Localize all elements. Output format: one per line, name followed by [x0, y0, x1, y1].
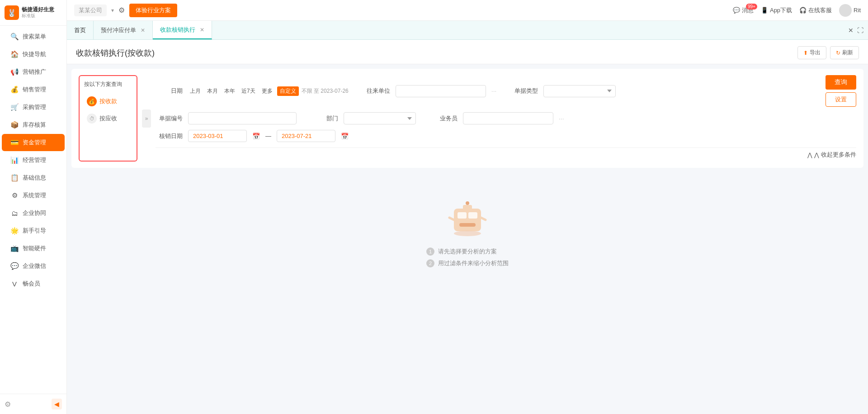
tab-collection[interactable]: 收款核销执行 ✕ [153, 21, 212, 39]
sidebar-item-hardware[interactable]: 📺智能硬件 [2, 240, 65, 257]
search-icon: 🔍 [10, 33, 19, 41]
maximize-icon[interactable]: ⛶ [857, 27, 863, 34]
date-shortcuts: 上月 本月 本年 近7天 更多 自定义 不限 至 2023-07-26 [188, 86, 349, 96]
main-area: 某某公司 ▾ ⚙ 体验行业方案 💬 消息 99+ 📱 App下载 🎧 在线客服 … [67, 0, 868, 414]
online-service-btn[interactable]: 🎧 在线客服 [799, 6, 832, 14]
trading-partner-dots[interactable]: ··· [491, 87, 497, 95]
date-last-month[interactable]: 上月 [188, 86, 203, 96]
sidebar-item-wechat[interactable]: 💬企业微信 [2, 257, 65, 275]
department-select[interactable] [344, 112, 416, 124]
sidebar-item-search[interactable]: 🔍搜索菜单 [2, 28, 65, 45]
refresh-btn[interactable]: ↻ 刷新 [830, 46, 859, 59]
logo-title: 畅捷通好生意 [22, 6, 54, 13]
query-btn-area: 查询 设置 [826, 75, 856, 107]
date-more[interactable]: 更多 [260, 86, 274, 96]
sidebar-menu: 🔍搜索菜单🏠快捷导航📢营销推广💰销售管理🛒采购管理📦库存核算💳资金管理📊经营管理… [0, 26, 66, 394]
industry-btn[interactable]: 体验行业方案 [129, 4, 177, 17]
app-download-label: App下载 [770, 6, 792, 14]
user-info[interactable]: Rit [839, 4, 861, 17]
svg-line-4 [449, 218, 454, 220]
user-avatar [839, 4, 852, 17]
bill-type-select[interactable] [543, 85, 616, 97]
collapse-filter-btn[interactable]: » [142, 109, 151, 128]
filter-sidebar-title: 按以下方案查询 [84, 81, 132, 88]
sidebar-item-baseinfo[interactable]: 📋基础信息 [2, 169, 65, 186]
menu-label-business: 经营管理 [23, 156, 46, 164]
filter-option-by-collection[interactable]: 💰 按收款 [84, 93, 132, 110]
guide-icon: 🌟 [10, 227, 19, 235]
prepay-tab-close-icon[interactable]: ✕ [141, 27, 145, 33]
message-btn[interactable]: 💬 消息 99+ [733, 6, 754, 14]
trading-partner-label: 往来单位 [363, 87, 390, 95]
settings-btn[interactable]: 设置 [826, 92, 856, 107]
export-btn[interactable]: ⬆ 导出 [797, 46, 826, 59]
finance-icon: 💳 [10, 138, 19, 147]
collection-option-label: 按收款 [99, 97, 117, 105]
sidebar-item-inventory[interactable]: 📦库存核算 [2, 116, 65, 133]
collection-tab-close-icon[interactable]: ✕ [200, 27, 204, 33]
filter-row-3: 核销日期 2023-03-01 📅 — 2023-07-21 📅 [156, 130, 856, 142]
sidebar-item-purchase[interactable]: 🛒采购管理 [2, 99, 65, 116]
purchase-icon: 🛒 [10, 103, 19, 111]
query-btn[interactable]: 查询 [826, 75, 856, 90]
staff-input[interactable] [463, 112, 553, 124]
sidebar-bottom: ⚙ ◀ [0, 394, 66, 414]
filter-option-by-receivable[interactable]: ⏱ 按应收 [84, 110, 132, 127]
bill-number-input[interactable] [188, 112, 297, 124]
prepay-tab-label: 预付冲应付单 [101, 26, 136, 34]
svg-point-7 [466, 201, 469, 205]
bill-type-label: 单据类型 [511, 87, 538, 95]
sidebar-item-member[interactable]: V畅会员 [2, 275, 65, 292]
sidebar-item-guide[interactable]: 🌟新手引导 [2, 222, 65, 239]
calendar-end-icon[interactable]: 📅 [341, 133, 349, 140]
date-custom[interactable]: 自定义 [277, 86, 299, 96]
sidebar-item-business[interactable]: 📊经营管理 [2, 152, 65, 169]
topbar-left: 某某公司 ▾ ⚙ 体验行业方案 [74, 4, 726, 17]
collapse-sidebar-icon[interactable]: ◀ [52, 399, 62, 409]
trading-partner-input[interactable] [396, 85, 486, 97]
menu-label-marketing: 营销推广 [23, 68, 46, 76]
writeoff-date-end[interactable]: 2023-07-21 [277, 130, 335, 142]
close-window-icon[interactable]: ✕ [848, 27, 854, 34]
app-download-btn[interactable]: 📱 App下载 [761, 6, 792, 14]
sidebar-item-sales[interactable]: 💰销售管理 [2, 81, 65, 98]
refresh-label: 刷新 [842, 49, 853, 57]
collapse-more-btn[interactable]: ⋀ ⋀ 收起更多条件 [156, 148, 856, 162]
filter-row-2: 单据编号 部门 业务员 ··· [156, 112, 856, 124]
chevron-down-icon[interactable]: ▾ [111, 7, 114, 14]
sidebar-item-system[interactable]: ⚙系统管理 [2, 187, 65, 204]
company-name[interactable]: 某某公司 [74, 5, 107, 16]
page-content: 收款核销执行(按收款) ⬆ 导出 ↻ 刷新 按以下方案查询 💰 按收款 [67, 40, 868, 414]
sidebar-item-enterprise[interactable]: 🗂企业协同 [2, 205, 65, 222]
message-badge: 99+ [746, 4, 757, 10]
baseinfo-icon: 📋 [10, 174, 19, 182]
user-name: Rit [854, 7, 861, 14]
system-icon: ⚙ [10, 191, 19, 200]
tab-prepay[interactable]: 预付冲应付单 ✕ [94, 21, 153, 39]
sidebar-item-finance[interactable]: 💳资金管理 [2, 134, 65, 151]
logo-subtitle: 标准版 [22, 13, 54, 19]
calendar-start-icon[interactable]: 📅 [252, 133, 260, 140]
tip2-num: 2 [426, 259, 434, 267]
staff-dots[interactable]: ··· [559, 115, 564, 122]
svg-rect-2 [468, 212, 477, 219]
menu-label-search: 搜索菜单 [23, 33, 46, 41]
sidebar-item-marketing[interactable]: 📢营销推广 [2, 63, 65, 81]
date-this-month[interactable]: 本月 [205, 86, 220, 96]
writeoff-date-start[interactable]: 2023-03-01 [188, 130, 247, 142]
empty-tip-1: 1 请先选择要分析的方案 [426, 247, 509, 256]
tab-home[interactable]: 首页 [67, 21, 94, 39]
app-icon: 📱 [761, 7, 768, 14]
gear-icon[interactable]: ⚙ [118, 6, 125, 14]
settings-icon[interactable]: ⚙ [5, 400, 11, 409]
filter-row-1: 日期 上月 本月 本年 近7天 更多 自定义 不限 至 2023-07-26 往… [156, 75, 856, 107]
menu-label-wechat: 企业微信 [23, 262, 46, 270]
staff-label: 业务员 [430, 114, 458, 123]
business-icon: 📊 [10, 156, 19, 164]
collection-tab-label: 收款核销执行 [160, 26, 195, 34]
sidebar-item-quicknav[interactable]: 🏠快捷导航 [2, 46, 65, 63]
date-this-year[interactable]: 本年 [222, 86, 237, 96]
logo-icon: 🐰 [5, 5, 19, 20]
date-7days[interactable]: 近7天 [240, 86, 257, 96]
marketing-icon: 📢 [10, 68, 19, 76]
